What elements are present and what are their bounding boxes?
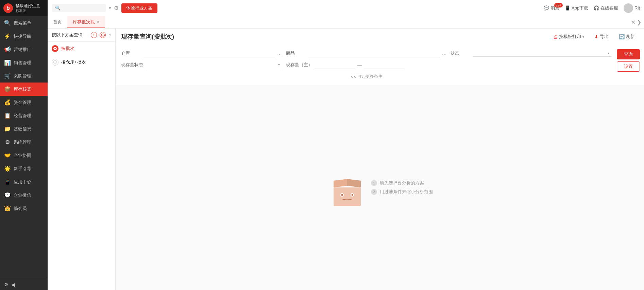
topbar-search-box[interactable]: 🔍 [52, 4, 106, 12]
topbar-dropdown-icon[interactable]: ▾ [109, 5, 111, 11]
sidebar-item-quick-nav[interactable]: ⚡ 快捷导航 [0, 30, 48, 43]
product-label: 商品 [286, 50, 306, 56]
sidebar-search-label: 搜索菜单 [14, 20, 31, 26]
sidebar-settings-btn[interactable]: ⚙ [4, 282, 9, 287]
tip-1-num: 1 [371, 180, 377, 186]
tab-inventory-batch-label: 库存批次账 [73, 19, 95, 25]
collapse-btn[interactable]: ∧∧ 收起更多条件 [349, 72, 384, 81]
warehouse-input[interactable] [143, 49, 275, 57]
empty-tip-1: 1 请先选择要分析的方案 [371, 180, 433, 186]
sidebar-item-newcomer[interactable]: 🌟 新手引导 [0, 162, 48, 175]
sidebar-item-enterprise[interactable]: 🤝 企业协同 [0, 149, 48, 162]
tab-bar-expand-icon[interactable]: ❯ [637, 19, 641, 25]
sidebar-item-enterprise-wx[interactable]: 💬 企业微信 [0, 188, 48, 202]
messages-btn[interactable]: 💬 消息 99+ [544, 5, 559, 11]
product-input[interactable] [308, 49, 440, 57]
sidebar-item-inventory[interactable]: 📦 库存核算 [0, 83, 48, 96]
svg-point-7 [341, 194, 343, 196]
online-service-btn[interactable]: 🎧 在线客服 [594, 5, 618, 11]
left-panel-icons: + ⊙ « [91, 32, 111, 38]
collapse-up-icon: ∧∧ [350, 74, 356, 79]
headset-icon: 🎧 [594, 5, 599, 11]
stock-qty-dash: — [357, 62, 362, 68]
app-download-label: App下载 [572, 5, 588, 11]
tab-bar: 首页 库存批次账 × ✕ ❯ [48, 16, 644, 29]
enterprise-icon: 🤝 [4, 152, 11, 159]
sidebar-item-sales[interactable]: 📊 销售管理 [0, 56, 48, 69]
sidebar-item-search[interactable]: 🔍 搜索菜单 [0, 16, 48, 30]
app-center-icon: 📱 [4, 179, 11, 185]
query-btn[interactable]: 查询 [617, 49, 640, 59]
user-avatar [624, 3, 633, 13]
tip-2-text: 用过滤条件来缩小分析范围 [380, 189, 433, 195]
app-logo: b [3, 3, 13, 13]
side-actions: 查询 设置 [617, 45, 644, 76]
tab-close-btn[interactable]: × [97, 20, 99, 24]
print-dropdown-icon[interactable]: ▾ [582, 35, 584, 39]
topbar: 🔍 ▾ ⚙ 体验行业方案 💬 消息 99+ 📱 App下载 🎧 在线客服 Ri [48, 0, 644, 16]
status-select[interactable]: ▾ [473, 50, 611, 57]
sidebar-item-marketing[interactable]: 📢 营销推广 [0, 43, 48, 56]
sidebar-item-finance[interactable]: 💰 资金管理 [0, 96, 48, 109]
print-icon: 🖨 [553, 34, 558, 39]
sidebar-item-member[interactable]: 👑 畅会员 [0, 202, 48, 215]
settings-btn[interactable]: 设置 [617, 61, 640, 72]
tab-bar-close-icon[interactable]: ✕ [631, 19, 635, 25]
stock-status-select[interactable]: ▾ [145, 61, 282, 68]
tab-inventory-batch[interactable]: 库存批次账 × [67, 16, 105, 28]
panel-collapse-btn[interactable]: « [108, 32, 111, 38]
sidebar-item-operations[interactable]: 📋 经营管理 [0, 109, 48, 122]
print-btn[interactable]: 🖨 按模板打印 ▾ [549, 32, 588, 41]
experience-btn[interactable]: 体验行业方案 [121, 3, 157, 13]
sidebar-sales-label: 销售管理 [14, 60, 31, 66]
topbar-right: 💬 消息 99+ 📱 App下载 🎧 在线客服 Rit [544, 3, 640, 13]
company-name: 畅康通好生意 [16, 3, 40, 9]
stock-qty-label: 现存量（主） [286, 62, 312, 68]
online-service-label: 在线客服 [600, 5, 618, 11]
sidebar-item-app-center[interactable]: 📱 应用中心 [0, 175, 48, 188]
stock-qty-to-input[interactable] [364, 61, 405, 69]
collapse-label: 收起更多条件 [358, 74, 382, 79]
member-icon: 👑 [4, 205, 11, 212]
tab-home[interactable]: 首页 [48, 16, 67, 28]
sidebar-basics-label: 基础信息 [14, 126, 31, 132]
svg-point-1 [53, 60, 57, 64]
scheme-settings-btn[interactable]: ⊙ [100, 32, 106, 38]
svg-marker-4 [347, 179, 361, 187]
inventory-icon: 📦 [4, 86, 11, 92]
stock-status-dropdown-icon: ▾ [278, 63, 280, 67]
sidebar-item-purchase[interactable]: 🛒 采购管理 [0, 69, 48, 83]
export-btn[interactable]: ⬇ 导出 [591, 32, 612, 41]
page-header-actions: 🖨 按模板打印 ▾ ⬇ 导出 🔄 刷新 [549, 32, 639, 41]
sidebar-app-center-label: 应用中心 [14, 179, 31, 185]
user-avatar-btn[interactable]: Rit [624, 3, 640, 13]
warehouse-filter: 仓库 ... [121, 49, 282, 57]
refresh-btn[interactable]: 🔄 刷新 [615, 32, 639, 41]
warehouse-more-btn[interactable]: ... [277, 50, 282, 56]
scheme-by-batch-label: 按批次 [61, 46, 74, 52]
app-download-btn[interactable]: 📱 App下载 [565, 5, 588, 11]
sidebar-system-label: 系统管理 [14, 139, 31, 145]
topbar-settings-icon[interactable]: ⚙ [114, 5, 119, 11]
sidebar-collapse-btn[interactable]: ◀ [11, 282, 15, 287]
sidebar-footer: ⚙ ◀ [0, 279, 48, 290]
filter-area: 仓库 ... 商品 ... 状态 [116, 45, 644, 85]
svg-point-8 [352, 194, 353, 196]
content-area: 按以下方案查询 + ⊙ « 按批次 按仓库+批次 [48, 29, 644, 290]
page-header: 现存量查询(按批次) 🖨 按模板打印 ▾ ⬇ 导出 🔄 刷新 [116, 29, 644, 45]
scheme-icon-active [52, 45, 58, 52]
stock-qty-from-input[interactable] [315, 61, 355, 69]
system-icon: ⚙ [4, 139, 11, 145]
add-scheme-btn[interactable]: + [91, 32, 97, 38]
sidebar-item-system[interactable]: ⚙ 系统管理 [0, 135, 48, 149]
tab-home-label: 首页 [53, 19, 62, 25]
refresh-icon: 🔄 [619, 34, 625, 39]
empty-tips: 1 请先选择要分析的方案 2 用过滤条件来缩小分析范围 [371, 180, 433, 195]
product-more-btn[interactable]: ... [442, 50, 446, 56]
warehouse-label: 仓库 [121, 50, 141, 56]
topbar-search-icon: 🔍 [55, 5, 61, 11]
sidebar-item-basics[interactable]: 📁 基础信息 [0, 122, 48, 135]
page-title: 现存量查询(按批次) [121, 33, 174, 41]
scheme-item-by-warehouse-batch[interactable]: 按仓库+批次 [48, 55, 115, 69]
scheme-item-by-batch[interactable]: 按批次 [48, 42, 115, 55]
